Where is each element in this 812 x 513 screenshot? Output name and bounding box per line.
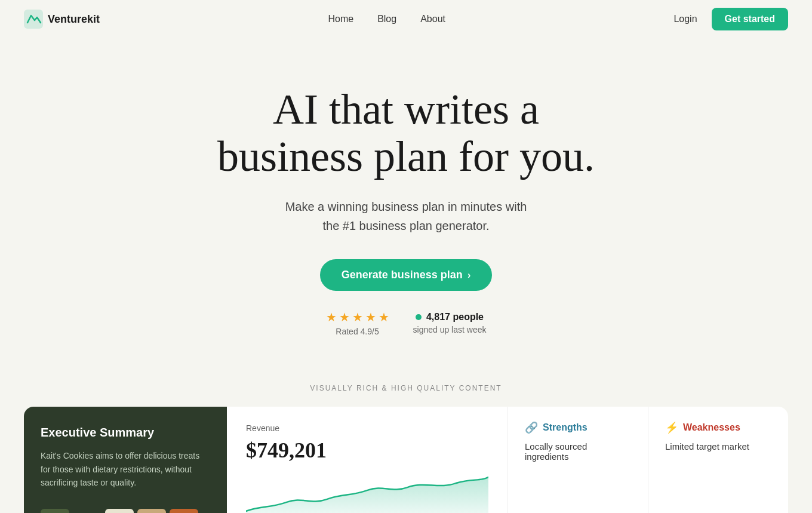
strengths-icon: 🔗 <box>525 421 538 434</box>
hero-subtitle: Make a winning business plan in minutes … <box>24 197 788 235</box>
nav-about[interactable]: About <box>420 14 445 24</box>
exec-summary-card: Executive Summary Kait's Cookies aims to… <box>24 407 227 513</box>
revenue-chart <box>246 472 488 513</box>
signup-count-row: 4,817 people <box>416 312 484 322</box>
hero-title-line1: AI that writes a <box>273 85 539 133</box>
revenue-label: Revenue <box>246 423 488 433</box>
revenue-amount: $749,201 <box>246 438 488 463</box>
nav-links: Home Blog About <box>328 14 445 24</box>
hero-section: AI that writes a business plan for you. … <box>0 38 812 372</box>
rating-group: ★ ★ ★ ★ ★ Rated 4.9/5 <box>326 310 389 336</box>
generate-plan-label: Generate business plan <box>342 269 463 281</box>
signup-count: 4,817 people <box>426 312 484 322</box>
hero-title: AI that writes a business plan for you. <box>24 86 788 180</box>
swatch-2 <box>73 509 102 513</box>
green-dot-icon <box>416 314 422 320</box>
strengths-text: Locally sourced ingredients <box>525 441 631 462</box>
signup-group: 4,817 people signed up last week <box>413 312 487 334</box>
strengths-header: 🔗 Strengths <box>525 421 631 434</box>
star-3: ★ <box>352 310 363 324</box>
chevron-right-icon: › <box>467 270 470 281</box>
nav-right: Login Get started <box>673 8 788 30</box>
color-palette <box>41 509 210 513</box>
hero-title-line2: business plan for you. <box>217 133 595 180</box>
star-1: ★ <box>326 310 337 324</box>
hero-subtitle-line2: the #1 business plan generator. <box>322 219 489 232</box>
weaknesses-icon: ⚡ <box>665 421 678 434</box>
weaknesses-card: ⚡ Weaknesses Limited target market <box>648 407 788 513</box>
logo-text: Venturekit <box>48 13 100 26</box>
exec-summary-title: Executive Summary <box>41 426 210 440</box>
revenue-card: Revenue $749,201 <box>227 407 508 513</box>
nav-blog[interactable]: Blog <box>377 14 396 24</box>
nav-home[interactable]: Home <box>328 14 353 24</box>
rating-text: Rated 4.9/5 <box>336 327 379 336</box>
social-proof: ★ ★ ★ ★ ★ Rated 4.9/5 4,817 people signe… <box>24 310 788 336</box>
right-top: Revenue $749,201 🔗 <box>227 407 788 513</box>
signup-label: signed up last week <box>413 325 487 334</box>
weaknesses-text: Limited target market <box>665 441 771 451</box>
exec-summary-text: Kait's Cookies aims to offer delicious t… <box>41 449 210 489</box>
swatch-4 <box>137 509 166 513</box>
strengths-card: 🔗 Strengths Locally sourced ingredients <box>508 407 648 513</box>
swatch-3 <box>105 509 134 513</box>
star-rating: ★ ★ ★ ★ ★ <box>326 310 389 324</box>
section-label: VISUALLY RICH & HIGH QUALITY CONTENT <box>0 372 812 407</box>
star-2: ★ <box>339 310 350 324</box>
login-button[interactable]: Login <box>673 14 697 24</box>
get-started-button[interactable]: Get started <box>712 8 788 30</box>
star-5: ★ <box>379 310 389 324</box>
strengths-weaknesses-row: 🔗 Strengths Locally sourced ingredients … <box>508 407 788 513</box>
hero-subtitle-line1: Make a winning business plan in minutes … <box>285 200 527 213</box>
strengths-label: Strengths <box>543 422 588 433</box>
star-4: ★ <box>365 310 376 324</box>
swatch-5 <box>170 509 198 513</box>
logo-icon <box>24 10 43 29</box>
weaknesses-header: ⚡ Weaknesses <box>665 421 771 434</box>
weaknesses-label: Weaknesses <box>683 422 740 433</box>
swatch-1 <box>41 509 69 513</box>
generate-plan-button[interactable]: Generate business plan › <box>320 259 492 291</box>
logo[interactable]: Venturekit <box>24 10 100 29</box>
navbar: Venturekit Home Blog About Login Get sta… <box>0 0 812 38</box>
content-grid: Executive Summary Kait's Cookies aims to… <box>24 407 788 513</box>
